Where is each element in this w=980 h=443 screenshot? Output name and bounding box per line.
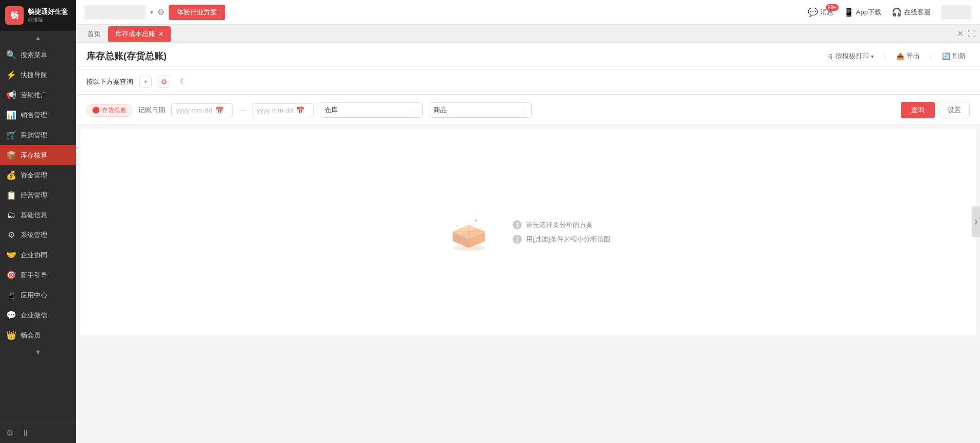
- tip-num-1: 1: [513, 220, 522, 229]
- page-title: 库存总账(存货总账): [86, 50, 167, 62]
- filter-label: 按以下方案查询: [86, 77, 133, 86]
- tabs-bar: 首页 库存成本总账 ✕ ✕ ⛶: [76, 25, 980, 43]
- settings-icon[interactable]: ⚙: [6, 428, 13, 438]
- app-title: 畅捷通好生意: [28, 7, 68, 16]
- sidebar-item-wechat[interactable]: 💬 企业微信: [0, 305, 76, 325]
- filter-collapse-button[interactable]: 《: [176, 77, 184, 86]
- messages-button[interactable]: 💬 消息 99+: [808, 7, 833, 17]
- divider2: |: [930, 52, 932, 60]
- refresh-button[interactable]: 🔄 刷新: [938, 49, 970, 63]
- topbar-chevron-icon[interactable]: ▾: [150, 9, 153, 16]
- business-icon: 📋: [6, 190, 16, 200]
- sidebar-item-label-base: 基础信息: [21, 210, 47, 220]
- svg-text:✦: ✦: [474, 218, 478, 224]
- sidebar-item-search[interactable]: 🔍 搜索菜单: [0, 45, 76, 65]
- sidebar-item-label-shortcut: 快捷导航: [21, 70, 47, 80]
- sidebar-item-business[interactable]: 📋 经营管理: [0, 185, 76, 205]
- topbar-user-placeholder: [84, 5, 146, 20]
- app-download-icon: 📱: [844, 7, 854, 17]
- warehouse-more-icon: ···: [412, 107, 418, 114]
- system-icon: ⚙: [6, 230, 16, 240]
- empty-tips: 1 请先选择要分析的方案 2 用[过滤]条件来缩小分析范围: [513, 220, 610, 244]
- calendar-start-icon: 📅: [215, 107, 224, 114]
- online-service-button[interactable]: 🎧 在线客服: [892, 7, 931, 17]
- sidebar-item-purchase[interactable]: 🛒 采购管理: [0, 125, 76, 145]
- filter-scheme-settings-button[interactable]: ⚙: [158, 76, 170, 88]
- sidebar-scroll-up[interactable]: ▲: [0, 31, 76, 45]
- tab-close-all-icon[interactable]: ✕: [957, 29, 964, 39]
- sidebar-item-sales[interactable]: 📊 销售管理: [0, 105, 76, 125]
- filter-add-button[interactable]: ＋: [139, 76, 152, 88]
- topbar-right: 💬 消息 99+ 📱 App下载 🎧 在线客服: [808, 5, 972, 20]
- divider1: |: [884, 52, 885, 60]
- topbar-gear-icon[interactable]: ⚙: [157, 7, 165, 17]
- sidebar-item-apps[interactable]: 📱 应用中心: [0, 285, 76, 305]
- collapse-icon[interactable]: ⏸: [22, 429, 30, 438]
- sidebar-item-label-search: 搜索菜单: [21, 50, 47, 60]
- svg-text:✦: ✦: [455, 223, 459, 228]
- shortcut-icon: ⚡: [6, 70, 16, 80]
- app-download-button[interactable]: 📱 App下载: [844, 7, 881, 17]
- corp-icon: 🤝: [6, 250, 16, 260]
- sidebar-item-member[interactable]: 👑 畅会员: [0, 325, 76, 345]
- sidebar-item-marketing[interactable]: 📢 营销推广: [0, 85, 76, 105]
- sidebar-item-label-wechat: 企业微信: [21, 311, 47, 320]
- goods-input[interactable]: 商品 ···: [429, 102, 532, 118]
- sidebar-item-label-sales: 销售管理: [21, 111, 47, 120]
- app-subtitle: 标准版: [28, 16, 68, 24]
- scheme-chip[interactable]: 🔴 存货总账: [86, 104, 132, 117]
- warehouse-input[interactable]: 仓库 ···: [320, 102, 423, 118]
- chip-scheme-icon: 🔴: [92, 107, 100, 114]
- print-button[interactable]: 🖨 按模板打印 ▾: [823, 49, 878, 63]
- date-separator: —: [239, 107, 246, 114]
- sidebar-item-label-corp: 企业协同: [21, 251, 47, 260]
- tab-inventory-cost[interactable]: 库存成本总账 ✕: [108, 26, 171, 42]
- trial-button[interactable]: 体验行业方案: [169, 5, 225, 20]
- print-icon: 🖨: [827, 52, 833, 60]
- print-dropdown-icon[interactable]: ▾: [871, 54, 874, 59]
- messages-badge: 99+: [826, 4, 839, 11]
- sidebar-item-inventory[interactable]: 📦 库存核算: [0, 145, 76, 165]
- sidebar-item-shortcut[interactable]: ⚡ 快捷导航: [0, 65, 76, 85]
- svg-text:✦: ✦: [479, 226, 482, 231]
- headset-icon: 🎧: [892, 7, 902, 17]
- base-icon: 🗂: [6, 210, 16, 220]
- user-avatar[interactable]: [941, 5, 972, 20]
- empty-box-svg: ✦ ✦ ✦: [446, 206, 492, 253]
- date-field-label: 记账日期: [138, 105, 165, 115]
- sidebar: 畅 畅捷通好生意 标准版 ▲ 🔍 搜索菜单 ⚡ 快捷导航 📢 营销推广 📊 销售…: [0, 0, 76, 443]
- tab-expand-icon[interactable]: ⛶: [968, 29, 976, 39]
- tab-close-icon[interactable]: ✕: [158, 30, 164, 38]
- date-end-input[interactable]: yyyy-mm-dd 📅: [252, 103, 314, 117]
- sidebar-item-finance[interactable]: 💰 资金管理: [0, 165, 76, 185]
- sidebar-item-label-apps: 应用中心: [21, 291, 47, 300]
- query-button[interactable]: 查询: [901, 102, 935, 118]
- settings-button[interactable]: 设置: [939, 102, 970, 118]
- refresh-icon: 🔄: [942, 52, 950, 60]
- sidebar-scroll-down[interactable]: ▼: [0, 345, 76, 359]
- sidebar-item-corp[interactable]: 🤝 企业协同: [0, 245, 76, 265]
- export-icon: 📤: [896, 52, 904, 60]
- sales-icon: 📊: [6, 110, 16, 120]
- sidebar-item-base[interactable]: 🗂 基础信息: [0, 205, 76, 225]
- search-icon: 🔍: [6, 50, 16, 60]
- sidebar-item-guide[interactable]: 🎯 新手引导: [0, 265, 76, 285]
- sidebar-item-label-guide: 新手引导: [21, 271, 47, 280]
- right-panel-toggle[interactable]: ❯: [972, 206, 980, 237]
- calendar-end-icon: 📅: [296, 107, 304, 114]
- tab-home[interactable]: 首页: [80, 26, 108, 42]
- sidebar-item-system[interactable]: ⚙ 系统管理: [0, 225, 76, 245]
- empty-tip-1: 1 请先选择要分析的方案: [513, 220, 610, 229]
- page-header: 库存总账(存货总账) 🖨 按模板打印 ▾ | 📤 导出 | 🔄 刷新: [76, 43, 980, 69]
- topbar-left: ▾ ⚙ 体验行业方案: [84, 5, 808, 20]
- apps-icon: 📱: [6, 290, 16, 300]
- sidebar-item-label-marketing: 营销推广: [21, 91, 47, 100]
- date-start-input[interactable]: yyyy-mm-dd 📅: [171, 103, 233, 117]
- marketing-icon: 📢: [6, 90, 16, 100]
- empty-state-content: ✦ ✦ ✦ 1 请先选择要分析的方案 2 用[过滤]条件来缩小分析范围: [446, 206, 610, 258]
- member-icon: 👑: [6, 330, 16, 340]
- tip-num-2: 2: [513, 235, 522, 244]
- filter-row: 🔴 存货总账 记账日期 yyyy-mm-dd 📅 — yyyy-mm-dd 📅 …: [76, 96, 980, 125]
- filter-bar-top: 按以下方案查询 ＋ ⚙ 《: [76, 69, 980, 95]
- export-button[interactable]: 📤 导出: [892, 49, 924, 63]
